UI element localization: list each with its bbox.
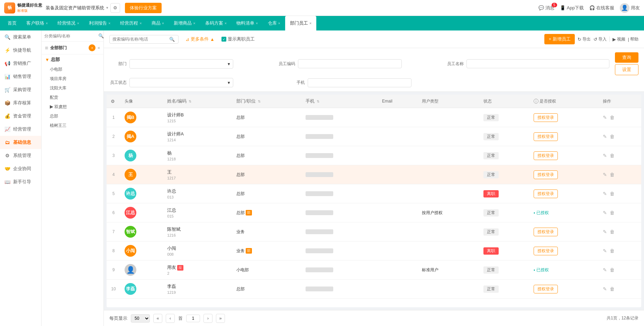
first-page-btn[interactable]: « bbox=[153, 314, 162, 323]
nav-item-profit[interactable]: 利润报告 × bbox=[84, 16, 115, 30]
nav-item-goods[interactable]: 商品 × bbox=[147, 16, 169, 30]
search-icon[interactable]: 🔍 bbox=[169, 37, 175, 42]
system-dropdown-arrow[interactable]: ▾ bbox=[106, 6, 108, 10]
nav-close-profit[interactable]: × bbox=[108, 21, 110, 25]
last-page-btn[interactable]: » bbox=[216, 314, 225, 323]
edit-icon[interactable]: ✎ bbox=[603, 229, 607, 235]
query-button[interactable]: 查询 bbox=[615, 52, 638, 63]
dept-filter-select[interactable]: ▾ bbox=[129, 59, 233, 69]
nav-close-goods[interactable]: × bbox=[162, 21, 164, 25]
page-input[interactable] bbox=[186, 315, 200, 322]
tree-node-xdb[interactable]: 小电部 bbox=[42, 65, 103, 74]
delete-icon[interactable]: 🗑 bbox=[610, 229, 615, 235]
tree-node-shipping[interactable]: 配货 bbox=[42, 93, 103, 102]
message-icon-area[interactable]: 💬 消息 5 bbox=[538, 5, 554, 11]
export-btn[interactable]: ↻导出 bbox=[578, 36, 591, 42]
sidebar-item-purchase[interactable]: 🛒 采购管理 bbox=[0, 83, 41, 96]
next-page-btn[interactable]: › bbox=[203, 314, 212, 323]
online-service-link[interactable]: 🎧 在线客服 bbox=[589, 5, 614, 11]
reset-button[interactable]: 设置 bbox=[615, 64, 638, 75]
auth-login-btn[interactable]: 授权登录 bbox=[534, 190, 558, 198]
nav-item-warehouse[interactable]: 仓库 × bbox=[263, 16, 285, 30]
per-page-select[interactable]: 50 20 100 bbox=[131, 314, 150, 323]
settings-icon[interactable]: ⚙ bbox=[110, 3, 120, 13]
sort-dept-icon[interactable]: ⇅ bbox=[258, 99, 261, 103]
sort-phone-icon[interactable]: ⇅ bbox=[317, 99, 319, 103]
nav-close-employee[interactable]: × bbox=[309, 21, 311, 25]
sidebar-item-finance[interactable]: 💰 资金管理 bbox=[0, 109, 41, 123]
sidebar-item-guide[interactable]: 📖 新手引导 bbox=[0, 175, 41, 188]
sidebar-item-basic[interactable]: 🗂 基础信息 bbox=[0, 136, 41, 149]
nav-close-operation[interactable]: × bbox=[77, 21, 79, 25]
delete-icon[interactable]: 🗑 bbox=[610, 191, 615, 196]
trial-button[interactable]: 体验行业方案 bbox=[125, 3, 162, 13]
sidebar-item-sales[interactable]: 📊 销售管理 bbox=[0, 70, 41, 83]
import-btn[interactable]: ↺导入 bbox=[593, 36, 607, 42]
nav-close-history[interactable]: × bbox=[139, 21, 142, 25]
tree-search-icon[interactable]: 🔍 bbox=[98, 33, 104, 38]
app-download-link[interactable]: 📱 App下载 bbox=[560, 5, 584, 11]
tree-node-zhishu[interactable]: 植树王三 bbox=[42, 121, 103, 130]
tree-node-headquarters[interactable]: 总部 bbox=[42, 112, 103, 121]
nav-item-history[interactable]: 经营历程 × bbox=[115, 16, 146, 30]
delete-icon[interactable]: 🗑 bbox=[610, 134, 615, 139]
sidebar-item-shortcut[interactable]: ⚡ 快捷导航 bbox=[0, 44, 41, 57]
resigned-checkbox[interactable]: ✓ bbox=[221, 37, 226, 42]
nav-item-home[interactable]: 首页 bbox=[3, 16, 21, 30]
auth-login-btn[interactable]: 授权登录 bbox=[534, 285, 558, 293]
phone-input[interactable] bbox=[308, 78, 411, 87]
edit-icon[interactable]: ✎ bbox=[603, 248, 607, 254]
sidebar-item-marketing[interactable]: 📢 营销推广 bbox=[0, 57, 41, 70]
nav-item-bom[interactable]: 物料清单 × bbox=[232, 16, 263, 30]
auth-login-btn[interactable]: 授权登录 bbox=[534, 247, 558, 255]
nav-item-employee[interactable]: 部门员工 × bbox=[285, 16, 316, 30]
tree-node-shenyang[interactable]: 沈阳大库 bbox=[42, 83, 103, 93]
col-settings[interactable]: ⚙ bbox=[107, 95, 120, 108]
edit-icon[interactable]: ✎ bbox=[603, 172, 607, 177]
prev-page-btn[interactable]: ‹ bbox=[166, 314, 175, 323]
emp-name-input[interactable] bbox=[466, 59, 609, 68]
auth-login-btn[interactable]: 授权登录 bbox=[534, 113, 558, 122]
edit-icon[interactable]: ✎ bbox=[603, 134, 607, 139]
delete-icon[interactable]: 🗑 bbox=[610, 248, 615, 254]
edit-icon[interactable]: ✎ bbox=[603, 286, 607, 292]
delete-icon[interactable]: 🗑 bbox=[610, 153, 615, 158]
edit-icon[interactable]: ✎ bbox=[603, 210, 607, 215]
edit-icon[interactable]: ✎ bbox=[603, 115, 607, 120]
sidebar-item-system[interactable]: ⚙ 系统管理 bbox=[0, 149, 41, 162]
delete-icon[interactable]: 🗑 bbox=[610, 267, 615, 273]
add-employee-button[interactable]: + 新增员工 bbox=[544, 34, 574, 44]
auth-login-btn[interactable]: 授权登录 bbox=[534, 132, 558, 141]
edit-icon[interactable]: ✎ bbox=[603, 191, 607, 196]
nav-close-barcode[interactable]: × bbox=[225, 21, 227, 25]
sidebar-item-inventory[interactable]: 📦 库存核算 bbox=[0, 96, 41, 109]
tree-add-btn[interactable]: + bbox=[89, 44, 96, 51]
tree-node-project[interactable]: 项目库房 bbox=[42, 74, 103, 83]
auth-login-btn[interactable]: 授权登录 bbox=[534, 170, 558, 179]
edit-icon[interactable]: ✎ bbox=[603, 153, 607, 158]
nav-item-customer[interactable]: 客户联络 × bbox=[21, 16, 53, 30]
edit-icon[interactable]: ✎ bbox=[603, 267, 607, 273]
delete-icon[interactable]: 🗑 bbox=[610, 210, 615, 215]
tree-node-shuangyuxiang[interactable]: ▶双虞想 bbox=[42, 102, 103, 112]
auth-login-btn[interactable]: 授权登录 bbox=[534, 151, 558, 160]
emp-code-input[interactable] bbox=[298, 59, 402, 68]
auth-login-btn[interactable]: 授权登录 bbox=[534, 228, 558, 236]
sort-name-icon[interactable]: ⇅ bbox=[189, 99, 191, 103]
nav-close-customer[interactable]: × bbox=[46, 21, 48, 25]
nav-item-operation[interactable]: 经营情况 × bbox=[53, 16, 84, 30]
nav-item-add-goods[interactable]: 新增商品 × bbox=[169, 16, 200, 30]
help-btn[interactable]: |帮助 bbox=[628, 36, 638, 42]
emp-status-select[interactable]: ▾ bbox=[129, 78, 233, 87]
search-input[interactable] bbox=[112, 37, 168, 42]
nav-close-bom[interactable]: × bbox=[256, 21, 258, 25]
user-menu[interactable]: 👤 用友 bbox=[620, 3, 640, 13]
sidebar-item-collab[interactable]: 🤝 企业协同 bbox=[0, 162, 41, 175]
sidebar-item-business[interactable]: 📈 经营管理 bbox=[0, 123, 41, 136]
tree-collapse-btn[interactable]: « bbox=[98, 45, 100, 50]
tree-all-dept-label[interactable]: 全部部门 bbox=[50, 45, 87, 51]
delete-icon[interactable]: 🗑 bbox=[610, 115, 615, 120]
nav-close-warehouse[interactable]: × bbox=[278, 21, 280, 25]
sidebar-item-search[interactable]: 🔍 搜索菜单 bbox=[0, 30, 41, 44]
show-resigned-toggle[interactable]: ✓ 显示离职员工 bbox=[221, 36, 255, 42]
